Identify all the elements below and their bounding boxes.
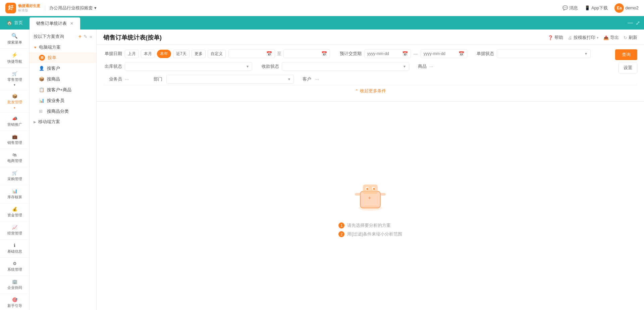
scheme-group-mobile: ▶ 移动端方案 xyxy=(30,117,96,127)
expand-icon[interactable]: ⤢ xyxy=(636,20,640,26)
chevron-down-icon: ▾ xyxy=(14,83,15,87)
app-download-button[interactable]: 📱 App下载 xyxy=(585,5,608,11)
print-icon: 🖨 xyxy=(568,35,572,40)
scheme-circle: 按 xyxy=(39,55,45,61)
sidebar-item-inventory[interactable]: 📊 库存核算 xyxy=(0,185,29,203)
department-select[interactable]: ▾ xyxy=(166,75,294,84)
scheme-item-by-product-category[interactable]: ⊞ 按商品分类 xyxy=(30,106,96,117)
sidebar-item-marketing[interactable]: 📣 营销推广 xyxy=(0,113,29,131)
logo-area: 好 畅捷通好生意 标准版 xyxy=(5,3,40,13)
sidebar-quick-nav[interactable]: ⚡ 快捷导航 xyxy=(0,49,29,68)
date-btn-more[interactable]: 更多 xyxy=(192,50,206,58)
sidebar-search[interactable]: 🔍 搜索菜单 xyxy=(0,30,29,49)
user-area[interactable]: Ea demo2 xyxy=(614,3,639,13)
basic-icon: ℹ xyxy=(14,243,15,248)
scheme-group-pc-label[interactable]: ▼ 电脑端方案 xyxy=(30,42,96,52)
empty-tip-1: 1 请先选择要分析的方案 xyxy=(338,222,402,228)
date-btn-last-month[interactable]: 上月 xyxy=(125,50,139,58)
svg-rect-9 xyxy=(380,193,386,196)
date-end-field[interactable]: 2023-12-31 xyxy=(286,51,320,56)
collapse-scheme-icon[interactable]: « xyxy=(90,34,92,39)
help-icon: ❓ xyxy=(548,35,553,40)
sidebar-item-wholesale[interactable]: 📦 批发管理 ▴ xyxy=(0,90,29,113)
scheme-item-by-customer[interactable]: 👤 按客户 xyxy=(30,63,96,74)
export-button[interactable]: 📤 导出 xyxy=(603,35,619,41)
scheme-item-by-customer-product[interactable]: 📋 按客户+商品 xyxy=(30,85,96,95)
box-icon: 📦 xyxy=(39,76,44,82)
search-button[interactable]: 查询 xyxy=(615,49,637,60)
scheme-item-by-order[interactable]: 按 按单 xyxy=(30,52,96,63)
sidebar-item-retail[interactable]: 🛒 零售管理 ▾ xyxy=(0,68,29,90)
person-box-icon: 📋 xyxy=(39,87,44,93)
sales-icon: 💼 xyxy=(12,134,17,139)
date-btn-this-month[interactable]: 本月 xyxy=(141,50,155,58)
sidebar-item-enterprise[interactable]: 🏢 企业协同 xyxy=(0,276,29,294)
date-btn-last-7days[interactable]: 近7天 xyxy=(173,50,190,58)
close-tab-icon[interactable]: ✕ xyxy=(70,21,73,26)
empty-illustration: ✦ xyxy=(350,174,390,216)
sidebar-item-operations[interactable]: 📈 经营管理 xyxy=(0,221,29,240)
sidebar-item-purchase[interactable]: 🛒 采购管理 xyxy=(0,167,29,185)
help-button[interactable]: ❓ 帮助 xyxy=(548,35,563,41)
calendar-start-icon: 📅 xyxy=(266,51,272,56)
collapse-filter-button[interactable]: ⌃ 收起更多条件 xyxy=(103,85,637,97)
empty-tips: 1 请先选择要分析的方案 2 用[过滤]条件来缩小分析范围 xyxy=(338,222,402,237)
minimize-icon[interactable]: — xyxy=(628,20,633,26)
reset-button[interactable]: 设置 xyxy=(619,62,637,73)
delivery-start-field[interactable] xyxy=(367,51,401,56)
tab-sales-order-stats[interactable]: 销售订单统计表 ✕ xyxy=(30,17,80,30)
date-btn-custom[interactable]: 自定义 xyxy=(208,50,226,58)
template-print-button[interactable]: 🖨 按模板打印 ▾ xyxy=(568,35,599,41)
empty-state: ✦ 1 请先选择要分析的方案 2 用[过滤]条件来缩小分析范围 xyxy=(97,102,644,310)
order-status-arrow-icon: ▾ xyxy=(585,51,587,56)
app-icon: 📱 xyxy=(585,5,590,10)
sidebar-item-sales[interactable]: 💼 销售管理 xyxy=(0,131,29,149)
payment-status-arrow-icon: ▾ xyxy=(404,64,406,69)
page-selector[interactable]: 办公用品行业模拟账套 ▾ xyxy=(45,5,97,11)
date-start-input: 2023-01-01 📅 xyxy=(228,49,275,58)
scheme-item-by-product[interactable]: 📦 按商品 xyxy=(30,74,96,85)
message-button[interactable]: 💬 消息 xyxy=(562,5,578,11)
scheme-item-by-salesperson[interactable]: 📊 按业务员 xyxy=(30,95,96,106)
message-icon: 💬 xyxy=(562,5,568,10)
date-btn-this-year[interactable]: 本年 xyxy=(157,50,171,58)
triangle-right-icon: ▶ xyxy=(34,120,36,124)
nav-tab-actions: — ⤢ xyxy=(628,20,644,26)
salesperson-selector[interactable]: ··· xyxy=(125,76,129,82)
add-scheme-icon[interactable]: + xyxy=(78,34,82,40)
tab-home[interactable]: 🏠 首页 xyxy=(0,16,30,30)
sidebar-item-system[interactable]: ⚙ 系统管理 xyxy=(0,258,29,276)
order-status-select[interactable]: ▾ xyxy=(497,49,591,58)
enterprise-icon: 🏢 xyxy=(12,279,17,284)
bar-chart-icon: 📊 xyxy=(39,98,44,103)
sidebar-item-newbie[interactable]: 🎯 新手引导 xyxy=(0,294,29,310)
shipping-status-select[interactable]: ▾ xyxy=(125,62,252,71)
quick-nav-icon: ⚡ xyxy=(11,52,18,58)
edit-scheme-icon[interactable]: ✎ xyxy=(84,34,88,39)
operations-icon: 📈 xyxy=(12,225,17,230)
main-layout: 🔍 搜索菜单 ⚡ 快捷导航 🛒 零售管理 ▾ 📦 批发管理 ▴ 📣 营销推广 xyxy=(0,30,644,310)
shipping-status-label: 出库状态 xyxy=(103,63,122,69)
date-quick-buttons: 上月 本月 本年 近7天 更多 自定义 xyxy=(125,50,226,58)
date-start-field[interactable]: 2023-01-01 xyxy=(231,51,265,56)
refresh-button[interactable]: ↻ 刷新 xyxy=(624,35,637,41)
logo-icon: 好 xyxy=(5,3,16,13)
date-range: 2023-01-01 📅 至 2023-12-31 📅 xyxy=(228,49,330,58)
delivery-end-input: 📅 xyxy=(421,49,467,58)
top-bar-left: 好 畅捷通好生意 标准版 办公用品行业模拟账套 ▾ xyxy=(5,3,97,13)
department-label: 部门 xyxy=(153,76,162,82)
product-selector[interactable]: ··· xyxy=(429,64,433,69)
retail-icon: 🛒 xyxy=(12,71,17,76)
sidebar-item-finance[interactable]: 💰 资金管理 xyxy=(0,203,29,221)
sidebar-item-ecommerce[interactable]: 🛍 电商管理 xyxy=(0,149,29,167)
sidebar-item-basic[interactable]: ℹ 基础信息 xyxy=(0,240,29,258)
svg-rect-3 xyxy=(363,185,378,194)
customer-label: 客户 xyxy=(302,76,311,82)
scheme-group-mobile-label[interactable]: ▶ 移动端方案 xyxy=(30,117,96,127)
payment-status-select[interactable]: ▾ xyxy=(282,62,409,71)
filter-area: 单据日期 上月 本月 本年 近7天 更多 自定义 xyxy=(97,45,644,102)
triangle-icon: ▼ xyxy=(34,46,37,49)
top-bar: 好 畅捷通好生意 标准版 办公用品行业模拟账套 ▾ 💬 消息 📱 App下载 E… xyxy=(0,0,644,16)
delivery-end-field[interactable] xyxy=(424,51,457,56)
customer-selector[interactable]: ··· xyxy=(315,76,319,82)
